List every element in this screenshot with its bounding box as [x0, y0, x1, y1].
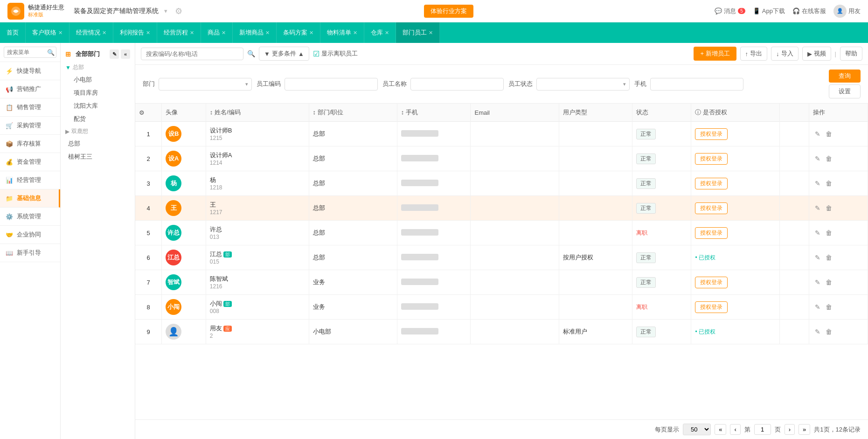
- employee-code-input[interactable]: [285, 78, 378, 91]
- help-btn[interactable]: 帮助: [840, 47, 862, 61]
- nav-operations[interactable]: 经营情况 ✕: [69, 22, 113, 43]
- delete-btn[interactable]: 🗑: [824, 129, 834, 139]
- status-select[interactable]: [536, 78, 630, 91]
- delete-btn[interactable]: 🗑: [824, 278, 834, 287]
- nav-close-icon[interactable]: ✕: [353, 30, 357, 36]
- dept-collapse-toggle[interactable]: ▼: [65, 64, 71, 71]
- dept-child-ph[interactable]: 配货: [61, 112, 135, 125]
- nav-close-icon[interactable]: ✕: [309, 30, 313, 36]
- first-page-btn[interactable]: «: [715, 424, 726, 435]
- dept-child-sy[interactable]: 沈阳大库: [61, 99, 135, 112]
- col-dept[interactable]: ↕ 部门/职位: [309, 104, 397, 122]
- nav-customer[interactable]: 客户联络 ✕: [26, 22, 69, 43]
- sidebar-item-guide[interactable]: 📖 新手引导: [0, 244, 60, 262]
- query-btn[interactable]: 查询: [829, 70, 861, 83]
- edit-btn[interactable]: ✎: [813, 253, 822, 262]
- sidebar-item-cooperation[interactable]: 🤝 企业协同: [0, 226, 60, 244]
- sidebar-item-system[interactable]: ⚙️ 系统管理: [0, 208, 60, 226]
- edit-btn[interactable]: ✎: [813, 302, 822, 312]
- edit-btn[interactable]: ✎: [813, 203, 822, 213]
- sidebar-item-finance[interactable]: 💰 资金管理: [0, 153, 60, 171]
- dept-select[interactable]: [159, 78, 252, 91]
- auth-login-btn[interactable]: 授权登录: [695, 178, 728, 189]
- delete-btn[interactable]: 🗑: [824, 302, 834, 312]
- row-name[interactable]: 许总013: [206, 221, 309, 245]
- employee-name-input[interactable]: [410, 78, 504, 91]
- col-settings[interactable]: ⚙: [135, 104, 162, 122]
- sidebar-item-basic-info[interactable]: 📁 基础信息: [0, 189, 60, 208]
- import-btn[interactable]: ↓ 导入: [771, 47, 799, 61]
- row-name[interactable]: 江总 部015: [206, 245, 309, 270]
- edit-btn[interactable]: ✎: [813, 154, 822, 163]
- dept-item-zsw[interactable]: 植树王三: [61, 150, 135, 163]
- export-btn[interactable]: ↑ 导出: [740, 47, 768, 61]
- col-name-code[interactable]: ↕ 姓名/编码: [206, 104, 309, 122]
- nav-goods[interactable]: 商品 ✕: [201, 22, 233, 43]
- auth-login-btn[interactable]: 授权登录: [695, 202, 728, 214]
- nav-close-icon[interactable]: ✕: [146, 30, 150, 36]
- nav-warehouse[interactable]: 仓库 ✕: [364, 22, 396, 43]
- user-btn[interactable]: 👤 用友: [833, 5, 861, 18]
- nav-close-icon[interactable]: ✕: [222, 30, 226, 36]
- sidebar-item-biz-mgmt[interactable]: 📊 经营管理: [0, 171, 60, 189]
- per-page-select[interactable]: 50 100: [683, 424, 711, 435]
- nav-bom[interactable]: 物料清单 ✕: [320, 22, 364, 43]
- edit-btn[interactable]: ✎: [813, 228, 822, 237]
- edit-btn[interactable]: ✎: [813, 278, 822, 287]
- edit-btn[interactable]: ✎: [813, 327, 822, 336]
- sidebar-item-inventory[interactable]: 📦 库存核算: [0, 135, 60, 153]
- delete-btn[interactable]: 🗑: [824, 327, 834, 336]
- nav-home[interactable]: 首页: [0, 22, 26, 43]
- phone-input[interactable]: [650, 78, 743, 91]
- col-auth[interactable]: ⓘ 是否授权: [691, 104, 779, 122]
- sidebar-item-sales[interactable]: 📋 销售管理: [0, 98, 60, 117]
- view-btn[interactable]: ▶ 视频: [802, 47, 831, 61]
- app-download-btn[interactable]: 📱 App下载: [753, 7, 785, 15]
- nav-close-icon[interactable]: ✕: [385, 30, 389, 36]
- trial-button[interactable]: 体验行业方案: [424, 5, 473, 18]
- nav-close-icon[interactable]: ✕: [58, 30, 62, 36]
- nav-add-goods[interactable]: 新增商品 ✕: [233, 22, 277, 43]
- show-resigned-toggle[interactable]: ☑ 显示离职员工: [313, 49, 358, 58]
- search-input[interactable]: [141, 48, 243, 60]
- set-btn[interactable]: 设置: [829, 84, 861, 98]
- row-name[interactable]: 小闯 部008: [206, 295, 309, 320]
- nav-close-icon[interactable]: ✕: [102, 30, 106, 36]
- row-name[interactable]: 设计师B1215: [206, 122, 309, 146]
- dept-child-xm[interactable]: 项目库房: [61, 86, 135, 99]
- dept-child-xd[interactable]: 小电部: [61, 73, 135, 86]
- sidebar-item-purchase[interactable]: 🛒 采购管理: [0, 117, 60, 135]
- dept-expand-toggle[interactable]: ▶: [65, 128, 69, 135]
- nav-history[interactable]: 经营历程 ✕: [157, 22, 201, 43]
- row-name[interactable]: 王1217: [206, 196, 309, 221]
- nav-barcode[interactable]: 条码方案 ✕: [277, 22, 320, 43]
- dept-edit-icon[interactable]: ✎: [110, 49, 119, 59]
- auth-login-btn[interactable]: 授权登录: [695, 153, 728, 165]
- delete-btn[interactable]: 🗑: [824, 179, 834, 188]
- dept-item-zb[interactable]: 总部: [61, 137, 135, 150]
- prev-page-btn[interactable]: ‹: [730, 424, 740, 435]
- delete-btn[interactable]: 🗑: [824, 228, 834, 237]
- online-service-btn[interactable]: 🎧 在线客服: [792, 7, 826, 15]
- auth-login-btn[interactable]: 授权登录: [695, 277, 728, 288]
- delete-btn[interactable]: 🗑: [824, 154, 834, 163]
- nav-close-icon[interactable]: ✕: [190, 30, 194, 36]
- auth-login-btn[interactable]: 授权登录: [695, 301, 728, 313]
- auth-login-btn[interactable]: 授权登录: [695, 128, 728, 140]
- delete-btn[interactable]: 🗑: [824, 253, 834, 262]
- next-page-btn[interactable]: ›: [785, 424, 795, 435]
- delete-btn[interactable]: 🗑: [824, 203, 834, 213]
- sidebar-item-marketing[interactable]: 📢 营销推广: [0, 80, 60, 98]
- col-phone[interactable]: ↕ 手机: [397, 104, 471, 122]
- message-btn[interactable]: 💬 消息 5: [715, 7, 745, 15]
- nav-close-icon[interactable]: ✕: [265, 30, 270, 36]
- row-name[interactable]: 用友 应2: [206, 320, 309, 344]
- page-number-input[interactable]: [754, 424, 771, 435]
- nav-close-icon-active[interactable]: ✕: [429, 30, 433, 36]
- auth-login-btn[interactable]: 授权登录: [695, 227, 728, 239]
- settings-icon[interactable]: ⚙: [175, 6, 182, 16]
- last-page-btn[interactable]: »: [799, 424, 810, 435]
- edit-btn[interactable]: ✎: [813, 179, 822, 188]
- search-button[interactable]: 🔍: [247, 50, 255, 57]
- nav-employees[interactable]: 部门员工 ✕: [396, 22, 440, 43]
